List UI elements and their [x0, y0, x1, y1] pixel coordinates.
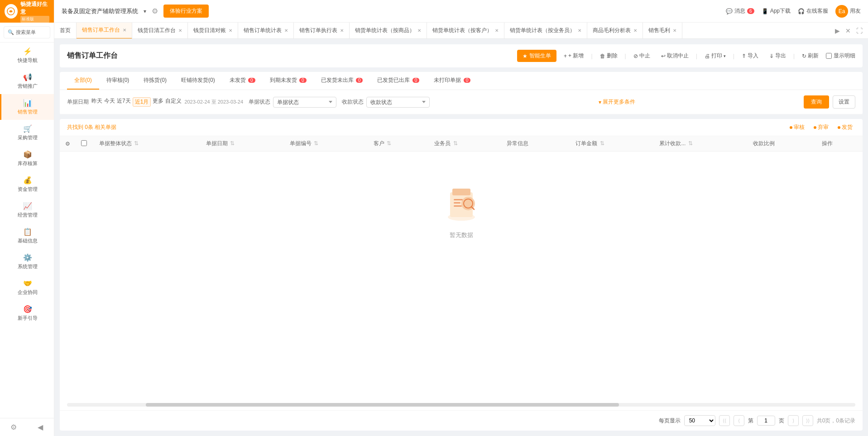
sidebar-item-inventory[interactable]: 📦 库存核算 [0, 146, 54, 171]
filter-tab-pending-audit[interactable]: 待审核(0) [99, 72, 137, 90]
first-page-button[interactable]: ⟨⟨ [719, 415, 730, 426]
export-button[interactable]: ⇓ 导出 [766, 50, 790, 62]
sort-date-icon[interactable]: ⇅ [230, 140, 235, 147]
query-button[interactable]: 查询 [804, 95, 829, 109]
horizontal-scrollbar[interactable] [67, 403, 855, 407]
online-service-button[interactable]: 🎧 在线客服 [798, 7, 828, 15]
date-link-yesterday[interactable]: 昨天 [91, 97, 102, 107]
refresh-button[interactable]: ↻ 刷新 [798, 50, 822, 62]
last-page-button[interactable]: ⟩⟩ [802, 415, 813, 426]
tab-cash-daily[interactable]: 钱货日清工作台 ✕ [132, 23, 188, 39]
tab-sales-profit[interactable]: 销售毛利 ✕ [643, 23, 682, 39]
print-button[interactable]: 🖨 打印 ▾ [701, 50, 729, 62]
message-button[interactable]: 💬 消息 6 [726, 7, 754, 15]
tab-close-cash-daily[interactable]: ✕ [178, 28, 182, 33]
status-select[interactable]: 单据状态 [273, 97, 336, 108]
import-button[interactable]: ⇑ 导入 [738, 50, 762, 62]
sidebar-item-operations[interactable]: 📈 经营管理 [0, 197, 54, 223]
sidebar-item-quick-nav[interactable]: ⚡ 快捷导航 [0, 43, 54, 68]
tab-gross-profit[interactable]: 商品毛利分析表 ✕ [587, 23, 643, 39]
tab-close-gross-profit[interactable]: ✕ [633, 28, 637, 33]
tab-close-sales-order-stats[interactable]: ✕ [284, 28, 288, 33]
tab-sales-by-product[interactable]: 销货单统计表（按商品） ✕ [350, 23, 427, 39]
settings-filter-button[interactable]: 设置 [833, 95, 855, 109]
col-settings[interactable]: ⚙ [60, 136, 76, 152]
app-download-button[interactable]: 📱 App下载 [762, 7, 791, 15]
tab-close-sales-profit[interactable]: ✕ [673, 28, 676, 33]
solution-button[interactable]: 体验行业方案 [163, 5, 209, 18]
filter-tab-pending-pick[interactable]: 待拣货(0) [136, 72, 174, 90]
sidebar-collapse-button[interactable]: ◀ [27, 418, 54, 436]
delete-button[interactable]: 🗑 删除 [596, 50, 621, 62]
sidebar-item-purchase[interactable]: 🛒 采购管理 [0, 120, 54, 146]
quick-ship-button[interactable]: 发货 [835, 123, 855, 132]
show-detail-input[interactable] [826, 53, 832, 59]
tab-sales-order-workbench[interactable]: 销售订单工作台 ✕ [77, 23, 132, 39]
tab-close-sales-by-salesman[interactable]: ✕ [578, 28, 581, 33]
prev-page-button[interactable]: ⟨ [734, 415, 744, 426]
sidebar-item-system[interactable]: ⚙️ 系统管理 [0, 249, 54, 275]
per-page-select[interactable]: 50 10 20 100 [684, 415, 715, 426]
tab-close-sales-order[interactable]: ✕ [123, 28, 126, 33]
sidebar-settings-button[interactable]: ⚙ [0, 418, 27, 436]
sort-number-icon[interactable]: ⇅ [314, 140, 318, 147]
svg-rect-7 [454, 199, 463, 200]
next-page-button[interactable]: ⟩ [788, 415, 799, 426]
quick-revoke-button[interactable]: 弃审 [811, 123, 831, 132]
show-detail-checkbox[interactable]: 显示明细 [826, 52, 855, 60]
sort-salesman-icon[interactable]: ⇅ [453, 140, 458, 147]
sort-status-icon[interactable]: ⇅ [134, 140, 139, 147]
add-button[interactable]: + + 新增 [560, 50, 587, 62]
system-dropdown-button[interactable]: ▾ [144, 8, 146, 14]
tab-cash-reconciliation[interactable]: 钱货日清对账 ✕ [188, 23, 238, 39]
filter-tab-shipped-not-out[interactable]: 已发货未出库 0 [314, 72, 370, 90]
sidebar-item-marketing[interactable]: 📢 营销推广 [0, 68, 54, 94]
filter-tab-overdue-ship[interactable]: 到期未发货 0 [263, 72, 314, 90]
sidebar-item-cooperation[interactable]: 🤝 企业协同 [0, 275, 54, 300]
tab-close-all-button[interactable]: ✕ [844, 26, 853, 35]
cooperation-icon: 🤝 [23, 279, 32, 288]
quick-nav-icon: ⚡ [23, 47, 32, 56]
tab-sales-by-customer[interactable]: 销货单统计表（按客户） ✕ [427, 23, 504, 39]
quick-audit-button[interactable]: 审核 [787, 123, 807, 132]
page-input[interactable] [757, 416, 775, 426]
tab-sales-order-exec[interactable]: 销售订单执行表 ✕ [294, 23, 350, 39]
sidebar-item-finance[interactable]: 💰 资金管理 [0, 171, 54, 197]
sort-amount-icon[interactable]: ⇅ [600, 140, 604, 147]
col-checkbox-header[interactable] [76, 136, 94, 152]
filter-tab-shipped-out[interactable]: 已发货已出库 0 [370, 72, 427, 90]
tab-close-sales-order-exec[interactable]: ✕ [340, 28, 344, 33]
tab-sales-order-stats[interactable]: 销售订单统计表 ✕ [238, 23, 294, 39]
sidebar-item-base-info[interactable]: 📋 基础信息 [0, 223, 54, 249]
payment-select[interactable]: 收款状态 [366, 97, 430, 108]
filter-tab-unshipped[interactable]: 未发货 0 [222, 72, 263, 90]
smart-generate-button[interactable]: ★ 智能生单 [517, 50, 556, 62]
scrollbar-thumb[interactable] [146, 403, 619, 407]
filter-tab-wangpu-ship[interactable]: 旺铺待发货(0) [174, 72, 222, 90]
expand-filter-button[interactable]: ▾ 展开更多条件 [599, 98, 635, 106]
date-link-today[interactable]: 今天 [104, 97, 115, 107]
tab-close-sales-by-product[interactable]: ✕ [417, 28, 421, 33]
filter-tab-all[interactable]: 全部(0) [67, 72, 99, 90]
cancel-stop-button[interactable]: ↩ 取消中止 [657, 50, 692, 62]
tab-close-cash-reconciliation[interactable]: ✕ [229, 28, 232, 33]
topbar-settings-button[interactable]: ⚙ [152, 7, 158, 15]
tab-home[interactable]: 首页 [54, 23, 77, 39]
date-link-more[interactable]: 更多 [153, 97, 163, 107]
date-link-1month[interactable]: 近1月 [133, 97, 151, 107]
sidebar-item-newbie[interactable]: 🎯 新手引导 [0, 300, 54, 326]
select-all-checkbox[interactable] [81, 140, 87, 146]
date-link-7days[interactable]: 近7天 [117, 97, 131, 107]
user-menu-button[interactable]: Ea 用友 [835, 5, 861, 18]
sort-customer-icon[interactable]: ⇅ [387, 140, 391, 147]
search-menu-button[interactable]: 🔍 搜索菜单 [4, 26, 50, 38]
tab-close-sales-by-customer[interactable]: ✕ [495, 28, 499, 33]
sidebar-item-sales[interactable]: 📊 销售管理 [0, 94, 54, 120]
tab-sales-by-salesman[interactable]: 销货单统计表（按业务员） ✕ [504, 23, 587, 39]
tab-scroll-right-button[interactable]: ▶ [833, 26, 842, 35]
tab-fullscreen-button[interactable]: ⛶ [854, 26, 864, 35]
sort-collected-icon[interactable]: ⇅ [688, 140, 693, 147]
date-link-custom[interactable]: 自定义 [165, 97, 182, 107]
stop-button[interactable]: ⊘ 中止 [630, 50, 654, 62]
filter-tab-unprinted[interactable]: 未打印单据 0 [427, 72, 478, 90]
